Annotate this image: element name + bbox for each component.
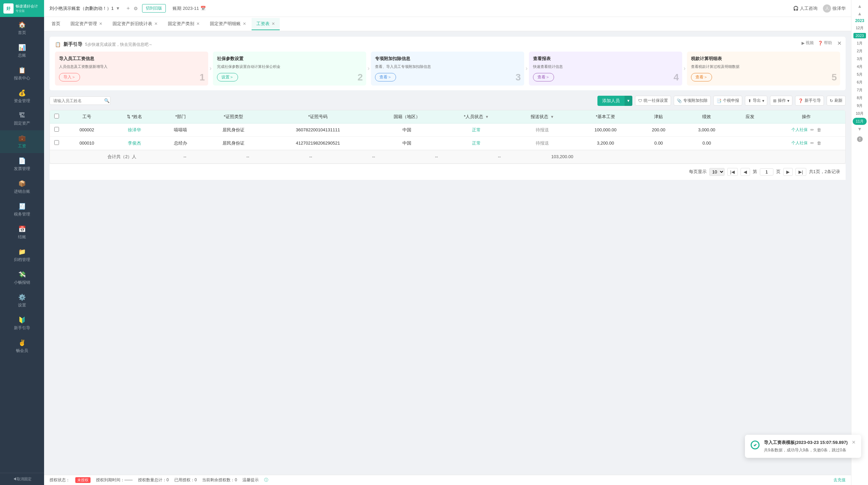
per-page-select[interactable]: 10 20 50 — [709, 168, 725, 176]
month-item-7[interactable]: 7月 — [853, 87, 867, 94]
tax-report-btn[interactable]: 📑 个税申报 — [713, 96, 742, 106]
first-page-btn[interactable]: |◀ — [727, 168, 738, 176]
period-value: 2023-11 — [183, 6, 199, 11]
page-input[interactable] — [760, 168, 773, 175]
delete-icon[interactable]: 🗑 — [817, 127, 821, 132]
guide-btn[interactable]: ❓ 新手引导 — [795, 96, 824, 106]
intro-close-btn[interactable]: ✕ — [837, 40, 842, 46]
sidebar-item-guide[interactable]: 🔰 新手引导 — [0, 312, 44, 335]
step-4-btn[interactable]: 查看＞ — [533, 73, 554, 81]
prev-page-btn[interactable]: ◀ — [741, 168, 750, 176]
td-name[interactable]: 李俊杰 — [110, 136, 159, 150]
help-link[interactable]: ❓ 帮助 — [818, 40, 832, 46]
add-person-dropdown-btn[interactable]: ▾ — [625, 96, 632, 106]
cancel-fixed-btn[interactable]: ◀取消固定 — [13, 477, 32, 482]
next-page-btn[interactable]: ▶ — [783, 168, 793, 176]
sidebar-item-member[interactable]: ✌ 畅会员 — [0, 335, 44, 358]
add-person-btn[interactable]: 添加人员 — [597, 96, 625, 106]
status-filter-icon[interactable]: ▼ — [485, 115, 489, 119]
td-name[interactable]: 徐泽华 — [110, 123, 159, 136]
edit-icon[interactable]: ✏ — [810, 127, 814, 132]
tab-fixed-asset-dep[interactable]: 固定资产折旧统计表 ✕ — [108, 18, 162, 30]
month-item-10[interactable]: 10月 — [853, 110, 867, 117]
sidebar-item-expense[interactable]: 💸 小畅报销 — [0, 267, 44, 290]
step-3-btn[interactable]: 查看＞ — [375, 73, 396, 81]
step-5-desc: 查看税款计算过程及明细数据 — [691, 64, 836, 70]
sidebar-item-label: 结账 — [18, 234, 26, 240]
row-checkbox[interactable] — [54, 140, 59, 145]
personal-social-btn[interactable]: 个人社保 — [791, 127, 808, 133]
export-btn[interactable]: ⬆ 导出 ▾ — [745, 96, 767, 106]
sidebar-item-inventory[interactable]: 📦 进销台账 — [0, 176, 44, 199]
sidebar-item-tax[interactable]: 🧾 税务管理 — [0, 199, 44, 221]
edit-icon[interactable]: ✏ — [810, 141, 814, 146]
step-5-btn[interactable]: 查看＞ — [691, 73, 712, 81]
sidebar-item-label: 进销台账 — [14, 189, 30, 194]
tab-close-icon[interactable]: ✕ — [99, 21, 102, 26]
total-basic-salary: 103,200.00 — [531, 154, 594, 159]
nav-up-btn[interactable]: ▲ — [857, 3, 863, 10]
period-label: 账期 — [173, 5, 181, 12]
operation-btns: 个人社保 ✏ 🗑 — [771, 140, 841, 146]
sidebar-item-fund[interactable]: 💰 资金管理 — [0, 85, 44, 108]
step-1-btn[interactable]: 导入＞ — [59, 73, 80, 81]
tab-close-icon[interactable]: ✕ — [272, 21, 275, 26]
month-item-11[interactable]: 11月 — [853, 118, 867, 125]
toast-close-btn[interactable]: ✕ — [852, 440, 856, 445]
last-page-btn[interactable]: ▶| — [795, 168, 806, 176]
month-item-9[interactable]: 9月 — [853, 102, 867, 109]
video-link[interactable]: ▶ 视频 — [802, 40, 814, 46]
tab-fixed-asset-detail[interactable]: 固定资产明细账 ✕ — [205, 18, 251, 30]
ai-consult-btn[interactable]: 🎧 人工咨询 — [793, 5, 817, 12]
refresh-btn[interactable]: ↻ 刷新 — [827, 96, 846, 106]
user-profile-btn[interactable]: 人 徐泽华 — [823, 4, 846, 13]
tab-fixed-asset-type[interactable]: 固定资产类别 ✕ — [163, 18, 204, 30]
sidebar-item-settings[interactable]: ⚙️ 设置 — [0, 290, 44, 312]
social-security-btn[interactable]: 🛡 统一社保设置 — [635, 96, 671, 106]
calendar-icon[interactable]: 📅 — [200, 6, 206, 11]
tab-close-icon[interactable]: ✕ — [196, 21, 200, 26]
month-item-12[interactable]: 12月 — [853, 24, 867, 32]
sidebar-item-home[interactable]: 🏠 首页 — [0, 17, 44, 40]
settings-btn[interactable]: ⚙ — [134, 6, 138, 11]
nav-down-btn[interactable]: ▼ — [857, 126, 863, 132]
month-item-8[interactable]: 8月 — [853, 94, 867, 101]
nav-up-btn2[interactable]: ▲ — [857, 10, 863, 17]
month-item-5[interactable]: 5月 — [853, 71, 867, 78]
month-item-4[interactable]: 4月 — [853, 63, 867, 70]
tab-home[interactable]: 首页 — [47, 18, 65, 30]
recharge-link[interactable]: 去充值 — [833, 477, 846, 483]
month-item-3[interactable]: 3月 — [853, 55, 867, 62]
tab-fixed-asset[interactable]: 固定资产管理 ✕ — [66, 18, 107, 30]
tax-icon: 🧾 — [18, 203, 26, 210]
th-name[interactable]: ⇅ *姓名 — [110, 110, 159, 124]
sidebar-item-ledger[interactable]: 📊 总账 — [0, 40, 44, 62]
sidebar-item-report[interactable]: 📋 报表中心 — [0, 62, 44, 85]
tab-payroll[interactable]: 工资表 ✕ — [252, 18, 280, 30]
sidebar-item-close[interactable]: 📅 结账 — [0, 221, 44, 244]
switch-version-btn[interactable]: 切到旧版 — [142, 4, 166, 13]
sidebar-item-payroll[interactable]: 💼 工资 — [0, 130, 44, 153]
add-account-btn[interactable]: ＋ — [125, 5, 131, 12]
sidebar-item-invoice[interactable]: 📄 发票管理 — [0, 153, 44, 176]
month-item-1[interactable]: 1月 — [853, 40, 867, 47]
month-item-2[interactable]: 2月 — [853, 48, 867, 55]
add-person-btn-group: 添加人员 ▾ — [597, 96, 632, 106]
operations-btn[interactable]: ⊞ 操作 ▾ — [770, 96, 792, 106]
tab-close-icon[interactable]: ✕ — [154, 21, 158, 26]
sidebar-item-label: 新手引导 — [14, 325, 30, 331]
feedback-icon[interactable] — [856, 136, 863, 144]
month-item-6[interactable]: 6月 — [853, 79, 867, 86]
sidebar-item-fixed[interactable]: 🏗 固定资产 — [0, 108, 44, 130]
sidebar-item-archive[interactable]: 📁 归档管理 — [0, 244, 44, 267]
select-all-checkbox[interactable] — [54, 114, 59, 118]
delete-icon[interactable]: 🗑 — [817, 141, 821, 146]
report-filter-icon[interactable]: ▼ — [550, 115, 554, 119]
special-deduction-btn[interactable]: 📎 专项附加扣除 — [674, 96, 711, 106]
row-checkbox[interactable] — [54, 127, 59, 132]
step-2-btn[interactable]: 设置＞ — [217, 73, 238, 81]
personal-social-btn[interactable]: 个人社保 — [791, 140, 808, 146]
account-selector[interactable]: 刘小艳演示账套（勿删勿动！）1 ▼ — [50, 5, 120, 12]
search-input[interactable] — [53, 98, 104, 103]
tab-close-icon[interactable]: ✕ — [243, 21, 246, 26]
